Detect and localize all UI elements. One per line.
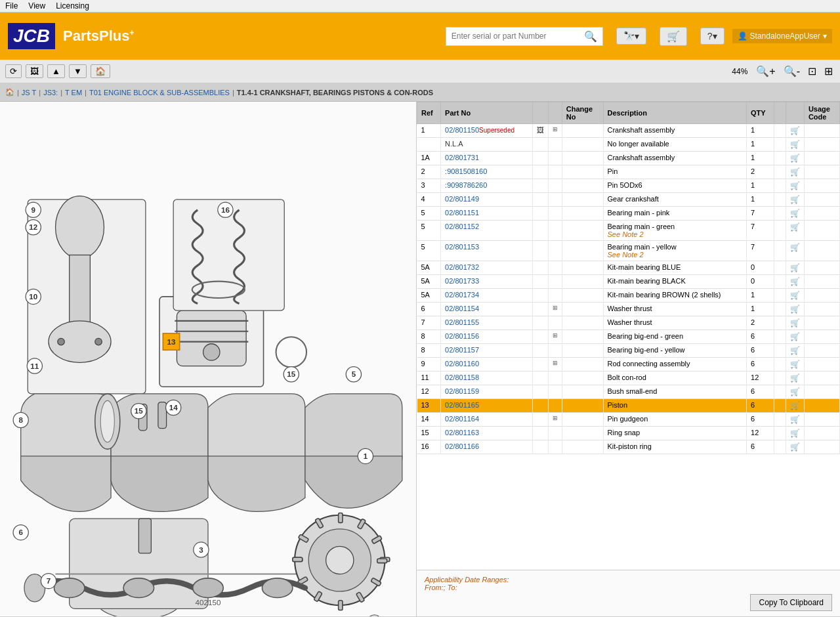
cart-icon[interactable]: 🛒 (790, 126, 800, 135)
cell-part-no[interactable]: N.L.A (441, 138, 533, 152)
cart-icon[interactable]: 🛒 (790, 373, 800, 383)
cell-cart2[interactable]: 🛒 (786, 385, 804, 399)
cell-cart2[interactable]: 🛒 (786, 207, 804, 221)
copy-to-clipboard-button[interactable]: Copy To Clipboard (750, 594, 832, 611)
cell-part-no[interactable]: 02/801159 (441, 385, 533, 399)
breadcrumb-item-2[interactable]: JS3: (43, 89, 58, 96)
cart-icon[interactable]: 🛒 (790, 429, 800, 438)
cart-icon[interactable]: 🛒 (790, 154, 800, 163)
zoom-out-button[interactable]: 🔍- (782, 65, 802, 77)
cell-cart2[interactable]: 🛒 (786, 289, 804, 303)
part-number-link[interactable]: 02/801732 (445, 263, 479, 271)
part-number-link[interactable]: 02/801154 (445, 305, 479, 312)
cell-part-no[interactable]: 02/801164 (441, 413, 533, 427)
cell-part-no[interactable]: 02/801156 (441, 330, 533, 344)
part-number-link[interactable]: 02/801157 (445, 346, 479, 354)
cell-part-no[interactable]: 02/801732 (441, 261, 533, 275)
part-number-link[interactable]: 02/801151 (445, 209, 479, 217)
cell-part-no[interactable]: 02/801165 (441, 399, 533, 413)
photo-button[interactable]: 🖼 (26, 64, 43, 78)
part-number-link[interactable]: 02/801158 (445, 373, 479, 381)
part-number-link[interactable]: 02/801152 (445, 223, 479, 230)
cell-cart2[interactable]: 🛒 (786, 372, 804, 385)
cart-icon[interactable]: 🛒 (790, 223, 800, 232)
breadcrumb-item-1[interactable]: JS T (22, 89, 36, 96)
binoculars-button[interactable]: 🔭▾ (616, 28, 646, 45)
cell-part-no[interactable]: 02/801149 (441, 193, 533, 207)
cell-cart2[interactable]: 🛒 (786, 427, 804, 440)
parts-table-container[interactable]: Ref Part No ChangeNo Description QTY Usa… (417, 102, 840, 570)
cell-part-no[interactable]: 02/801158 (441, 372, 533, 385)
part-number-link[interactable]: 02/801150 (445, 126, 479, 134)
cart-icon[interactable]: 🛒 (790, 140, 800, 149)
part-number-link[interactable]: 02/801733 (445, 277, 479, 285)
part-number-link[interactable]: 02/801166 (445, 442, 479, 450)
cell-part-no[interactable]: 02/801153 (441, 241, 533, 261)
cell-cart2[interactable]: 🛒 (786, 261, 804, 275)
cell-part-no[interactable]: 02/801154 (441, 303, 533, 316)
cell-cart2[interactable]: 🛒 (786, 440, 804, 454)
cell-part-no[interactable]: 02/801731 (441, 152, 533, 165)
cell-cart2[interactable]: 🛒 (786, 358, 804, 372)
part-number-link[interactable]: 02/801155 (445, 318, 479, 326)
cart-icon[interactable]: 🛒 (790, 209, 800, 218)
part-number-link[interactable]: 02/801163 (445, 429, 479, 436)
zoom-fit-button[interactable]: ⊡ (806, 65, 818, 77)
cell-cart2[interactable]: 🛒 (786, 330, 804, 344)
cell-cart2[interactable]: 🛒 (786, 179, 804, 193)
cell-cart2[interactable]: 🛒 (786, 124, 804, 138)
cell-part-no[interactable]: :9098786260 (441, 179, 533, 193)
help-button[interactable]: ?▾ (700, 28, 724, 45)
up-button[interactable]: ▲ (47, 64, 65, 78)
cell-cart2[interactable]: 🛒 (786, 221, 804, 241)
cell-cart2[interactable]: 🛒 (786, 138, 804, 152)
cart-icon[interactable]: 🛒 (790, 243, 800, 252)
cell-cart2[interactable]: 🛒 (786, 165, 804, 179)
cart-icon[interactable]: 🛒 (790, 181, 800, 190)
cart-icon[interactable]: 🛒 (790, 415, 800, 424)
cell-part-no[interactable]: 02/801157 (441, 344, 533, 358)
cart-icon[interactable]: 🛒 (790, 332, 800, 341)
cart-icon[interactable]: 🛒 (790, 291, 800, 300)
search-input[interactable] (452, 32, 584, 41)
cart-icon[interactable]: 🛒 (790, 360, 800, 369)
cart-icon[interactable]: 🛒 (790, 318, 800, 328)
zoom-in-button[interactable]: 🔍+ (754, 65, 777, 77)
cell-cart2[interactable]: 🛒 (786, 399, 804, 413)
part-number-link[interactable]: 02/801160 (445, 360, 479, 368)
cell-cart2[interactable]: 🛒 (786, 316, 804, 330)
cell-cart2[interactable]: 🛒 (786, 275, 804, 289)
cell-part-no[interactable]: 02/801166 (441, 440, 533, 454)
part-number-link[interactable]: 02/801731 (445, 154, 479, 161)
part-number-link[interactable]: 02/801734 (445, 291, 479, 299)
user-area[interactable]: 👤 StandaloneAppUser ▾ (732, 29, 832, 43)
cell-cart2[interactable]: 🛒 (786, 241, 804, 261)
cart-icon[interactable]: 🛒 (790, 277, 800, 286)
part-number-link[interactable]: :9081508160 (445, 167, 487, 175)
cart-icon[interactable]: 🛒 (790, 346, 800, 355)
part-number-link[interactable]: 02/801159 (445, 387, 479, 395)
cart-icon[interactable]: 🛒 (790, 195, 800, 204)
cell-part-no[interactable]: 02/801150Superseded (441, 124, 533, 138)
cell-part-no[interactable]: 02/801152 (441, 221, 533, 241)
cell-part-no[interactable]: 02/801163 (441, 427, 533, 440)
cart-button[interactable]: 🛒 (660, 27, 687, 46)
cell-part-no[interactable]: :9081508160 (441, 165, 533, 179)
cell-cart2[interactable]: 🛒 (786, 413, 804, 427)
part-number-link[interactable]: 02/801153 (445, 243, 479, 251)
cart-icon[interactable]: 🛒 (790, 401, 800, 410)
menu-file[interactable]: File (5, 1, 18, 11)
cell-part-no[interactable]: 02/801151 (441, 207, 533, 221)
cell-cart2[interactable]: 🛒 (786, 193, 804, 207)
part-number-link[interactable]: 02/801164 (445, 415, 479, 423)
cart-icon[interactable]: 🛒 (790, 387, 800, 396)
part-number-link[interactable]: :9098786260 (445, 181, 487, 189)
home-button[interactable]: 🏠 (91, 64, 110, 78)
cell-cart2[interactable]: 🛒 (786, 303, 804, 316)
cell-cart2[interactable]: 🛒 (786, 152, 804, 165)
part-number-link[interactable]: 02/801165 (445, 401, 479, 409)
menu-licensing[interactable]: Licensing (56, 1, 89, 11)
cart-icon[interactable]: 🛒 (790, 305, 800, 314)
menu-view[interactable]: View (28, 1, 45, 11)
cell-part-no[interactable]: 02/801160 (441, 358, 533, 372)
